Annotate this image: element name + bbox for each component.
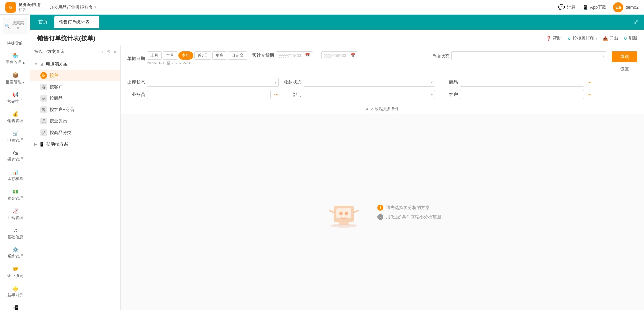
- scheme-item-by-category[interactable]: 类 按商品分类: [30, 127, 120, 138]
- sidebar-item-basic[interactable]: 🗂 基础信息: [0, 224, 30, 243]
- sidebar-item-inventory[interactable]: 📊 库存核算: [0, 166, 30, 185]
- search-icon: 🔍: [5, 24, 10, 29]
- salesperson-input[interactable]: [147, 90, 271, 99]
- sidebar-item-marketing[interactable]: 📢 营销推广: [0, 88, 30, 108]
- search-menu-btn[interactable]: 🔍 搜索菜单: [3, 18, 27, 34]
- salesperson-label: 业务员: [127, 92, 145, 98]
- query-btn[interactable]: 查询: [612, 51, 637, 62]
- export-icon: 📤: [603, 36, 608, 41]
- scheme-collapse-btn[interactable]: «: [114, 49, 116, 54]
- customer-more-btn[interactable]: ···: [587, 92, 592, 98]
- filter-buttons-col: 查询 设置: [612, 51, 637, 74]
- inventory-label: 库存核算: [7, 176, 23, 182]
- calendar-icon-start: 📅: [305, 53, 310, 58]
- finance-label: 资金管理: [7, 196, 23, 201]
- reset-btn[interactable]: 设置: [612, 64, 637, 74]
- receipt-status-col: 收款状态 ▾: [284, 78, 435, 87]
- export-label: 导出: [609, 35, 618, 41]
- date-btn-custom[interactable]: 自定义: [228, 51, 247, 60]
- customer-col: 客户 ···: [440, 90, 592, 99]
- product-col: 商品 ···: [440, 78, 592, 87]
- scheme-item-by-cust-prod[interactable]: 客 按客户+商品: [30, 104, 120, 115]
- help-btn[interactable]: ❓ 帮助: [546, 35, 561, 41]
- export-btn[interactable]: 📤 导出: [603, 35, 618, 41]
- quick-nav-btn[interactable]: 快捷导航: [3, 41, 27, 46]
- sidebar-item-ecommerce[interactable]: 🛒 电商管理: [0, 127, 30, 147]
- content-wrapper: 🔍 搜索菜单 快捷导航 🏪 零售管理 ▲ 📦 批发管理: [0, 15, 644, 310]
- scheme-item-by-product[interactable]: 品 按商品: [30, 93, 120, 104]
- home-tab[interactable]: 首页: [33, 16, 53, 28]
- by-customer-icon: 客: [40, 84, 47, 90]
- template-print-label: 按模板打印: [573, 35, 594, 41]
- date-btn-last7[interactable]: 近7天: [194, 51, 211, 60]
- tab-close-btn[interactable]: ×: [92, 20, 95, 24]
- department-select[interactable]: [304, 90, 435, 99]
- brand-name: 畅捷通好生意: [19, 2, 41, 7]
- corp-label: 企业协同: [7, 273, 23, 279]
- message-icon: 💬: [558, 4, 565, 10]
- refresh-btn[interactable]: ↻ 刷新: [624, 35, 637, 41]
- ship-status-select[interactable]: [147, 78, 279, 87]
- scheme-item-by-salesperson[interactable]: 员 按业务员: [30, 115, 120, 127]
- sidebar-item-corp[interactable]: 🤝 企业协同: [0, 263, 30, 282]
- bill-status-select[interactable]: [451, 51, 606, 60]
- wholesale-icon: 📦: [12, 72, 19, 78]
- template-print-btn[interactable]: 🖨 按模板打印 ▾: [567, 35, 597, 41]
- scheme-item-by-order[interactable]: 按 按单: [30, 70, 120, 81]
- empty-tip-1: 1 请先选择要分析的方案: [377, 205, 441, 211]
- expected-date-end-input[interactable]: yyyy-mm-dd 📅: [321, 51, 358, 59]
- expected-date-start-input[interactable]: yyyy-mm-dd 📅: [276, 51, 313, 59]
- desktop-group-header[interactable]: ▼ 🖥 电脑端方案: [30, 58, 120, 70]
- by-category-label: 按商品分类: [50, 130, 71, 136]
- date-btn-prev-month[interactable]: 上月: [147, 51, 162, 60]
- retail-arrow: ▲: [22, 61, 25, 64]
- mobile-group-icon: 📱: [39, 142, 44, 147]
- date-btn-this-month[interactable]: 本月: [163, 51, 177, 60]
- sidebar-item-sales[interactable]: 💰 销售管理: [0, 108, 30, 127]
- tip-text-1: 请先选择要分析的方案: [386, 205, 430, 211]
- user-menu[interactable]: Ea demo2: [613, 2, 639, 12]
- date-btn-more[interactable]: 更多: [212, 51, 227, 60]
- help-label: 帮助: [553, 35, 561, 41]
- sidebar-item-purchase[interactable]: 🛍 采购管理: [0, 147, 30, 166]
- basic-label: 基础信息: [7, 234, 23, 240]
- sidebar-item-retail[interactable]: 🏪 零售管理 ▲: [0, 49, 30, 69]
- by-cust-prod-label: 按客户+商品: [50, 107, 74, 113]
- wholesale-arrow: ▲: [22, 81, 25, 84]
- empty-tip-2: 2 用[过滤]条件来缩小分析范围: [377, 214, 441, 220]
- date-btn-this-year[interactable]: 本年: [178, 51, 193, 60]
- desktop-schemes-group: ▼ 🖥 电脑端方案 按 按单: [30, 58, 120, 138]
- quick-nav-label: 快捷导航: [7, 41, 23, 46]
- svg-point-6: [345, 212, 348, 215]
- print-dropdown-icon: ▾: [596, 37, 597, 40]
- maximize-btn[interactable]: ⤢: [631, 18, 641, 26]
- sidebar-item-appstore[interactable]: 📲 应用中心: [0, 302, 30, 310]
- salesperson-more-btn[interactable]: ···: [274, 92, 278, 98]
- desktop-group-arrow: ▼: [34, 62, 38, 66]
- scheme-settings-btn[interactable]: ⚙: [107, 49, 111, 54]
- app-download-btn[interactable]: 📱 App下载: [582, 4, 606, 10]
- ops-label: 经营管理: [7, 215, 23, 221]
- customer-input[interactable]: [460, 90, 584, 99]
- active-tab[interactable]: 销售订单统计表 ×: [54, 16, 99, 28]
- collapse-strip[interactable]: ∧ ∧ 收起更多条件: [121, 103, 644, 114]
- add-scheme-btn[interactable]: +: [101, 49, 104, 54]
- sidebar-item-finance[interactable]: 💵 资金管理: [0, 185, 30, 205]
- mobile-group-header[interactable]: ▶ 📱 移动端方案: [30, 138, 120, 150]
- date-range-text: 2023-01-01 至 2023-12-31: [147, 61, 247, 66]
- sidebar-item-system[interactable]: ⚙️ 系统管理: [0, 243, 30, 263]
- receipt-status-select[interactable]: [304, 78, 435, 87]
- sidebar-item-wholesale[interactable]: 📦 批发管理 ▲: [0, 69, 30, 88]
- by-customer-label: 按客户: [50, 84, 63, 90]
- receipt-status-select-wrap: ▾: [304, 78, 435, 87]
- product-more-btn[interactable]: ···: [587, 79, 592, 85]
- workplace-selector[interactable]: 办公用品行业模拟账套 ▾: [49, 4, 96, 10]
- sidebar-item-guide[interactable]: 🌟 新手引导: [0, 282, 30, 302]
- messages-btn[interactable]: 💬 消息: [558, 4, 576, 10]
- scheme-item-by-customer[interactable]: 客 按客户: [30, 81, 120, 93]
- sidebar-item-ops[interactable]: 📈 经营管理: [0, 205, 30, 224]
- by-salesperson-icon: 员: [40, 118, 47, 124]
- brand-logo: 畅 畅捷通好生意 标版: [5, 2, 41, 13]
- product-input[interactable]: [460, 78, 584, 87]
- collapse-icon: ∧: [366, 107, 369, 111]
